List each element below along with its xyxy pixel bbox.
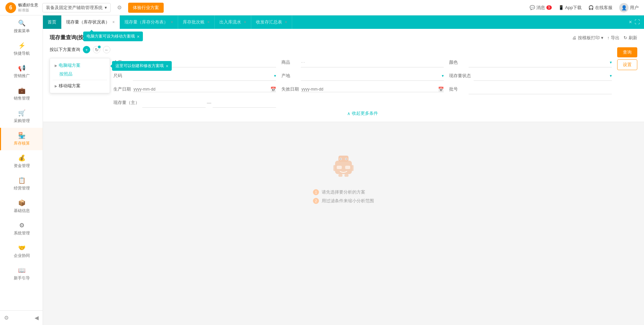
tooltip-plan-mobile: 电脑方案可设为移动方案哦 ×: [83, 32, 143, 41]
stock-amount-min[interactable]: [142, 98, 206, 108]
collapse-row: ∧ 收起更多条件: [113, 110, 612, 116]
plan-tree-desktop[interactable]: ▶ 电脑端方案: [53, 61, 107, 70]
filter-left: 按以下方案查询 + ↻ ← 电脑方案可设为移动方案哦 ×: [50, 46, 612, 116]
expire-date-calendar-icon[interactable]: 📅: [438, 87, 444, 92]
collapse-button[interactable]: ∧ 收起更多条件: [347, 110, 378, 116]
tab-stock-summary[interactable]: 收发存汇总表 ×: [251, 15, 292, 29]
back-plan-button[interactable]: ←: [103, 46, 110, 53]
sidebar-item-guide[interactable]: 📖 新手引导: [0, 263, 43, 285]
sidebar-item-search-menu[interactable]: 🔍 搜索菜单: [0, 15, 43, 38]
sidebar-item-marketing[interactable]: 📢 营销推广: [0, 60, 43, 83]
tab-fullscreen-icon[interactable]: ⛶: [635, 19, 640, 25]
svg-rect-9: [352, 165, 354, 171]
tab-close-stock-summary[interactable]: ×: [285, 20, 287, 24]
filter-expire-date: 失效日期 📅: [281, 84, 444, 94]
tab-bar: 首页 现存量（库存状况表） × 现存量（库存分布表） × 库存批次账 × 出入库…: [43, 15, 644, 29]
svg-rect-10: [338, 174, 342, 177]
experience-button[interactable]: 体验行业方案: [128, 3, 164, 13]
color-select[interactable]: ▾: [469, 57, 612, 67]
phone-icon: 📱: [558, 5, 564, 10]
settings-bottom-icon[interactable]: ⚙: [4, 315, 9, 321]
sidebar-item-warehouse[interactable]: 🏪 库存核算: [0, 128, 43, 150]
batch-no-input[interactable]: [469, 84, 612, 94]
filter-produce-date: 生产日期 📅: [113, 84, 276, 94]
tab-close-stock-inout[interactable]: ×: [244, 20, 246, 24]
sidebar-bottom: ⚙ ◀: [0, 310, 43, 325]
sales-icon: 💼: [18, 87, 25, 94]
messages-button[interactable]: 💬 消息 9: [530, 5, 552, 11]
search-button[interactable]: 查询: [617, 47, 637, 57]
filter-rows: 仓库 ··· 商品 ···: [113, 57, 612, 108]
sidebar-item-enterprise[interactable]: 🤝 企业协同: [0, 240, 43, 263]
svg-point-4: [340, 159, 341, 160]
svg-rect-8: [333, 165, 335, 171]
app-download-button[interactable]: 📱 App下载: [558, 5, 582, 11]
tab-stock-batch[interactable]: 库存批次账 ×: [178, 15, 215, 29]
tooltip-create-plan: 这里可以创建和修改方案哦 ×: [112, 61, 172, 71]
empty-tip-2: 2 用过滤条件来缩小分析范围: [313, 198, 374, 204]
empty-tips: 1 请先选择要分析的方案 2 用过滤条件来缩小分析范围: [313, 189, 374, 204]
plan-tree-by-goods[interactable]: 按照品: [53, 70, 107, 78]
expire-date-input[interactable]: [302, 87, 437, 92]
sidebar-item-basics[interactable]: 📦 基础信息: [0, 195, 43, 218]
quick-nav-icon: ⚡: [18, 42, 25, 49]
sidebar-item-system[interactable]: ⚙ 系统管理: [0, 218, 43, 240]
stock-status-select[interactable]: ▾: [474, 71, 612, 81]
svg-rect-6: [337, 166, 342, 169]
filter-size: 尺码 ▾: [113, 71, 276, 81]
size-select[interactable]: ▾: [133, 71, 276, 81]
refresh-plan-button[interactable]: ↻: [93, 46, 100, 53]
export-button[interactable]: ↑ 导出: [607, 35, 620, 41]
tab-close-stock-dist[interactable]: ×: [171, 20, 173, 24]
tab-stock-dist[interactable]: 现存量（库存分布表） ×: [120, 15, 178, 29]
set-button[interactable]: 设置: [617, 59, 637, 70]
headset-icon: 🎧: [588, 5, 594, 10]
sidebar-item-operations[interactable]: 📋 经营管理: [0, 173, 43, 195]
messages-badge: 9: [546, 5, 552, 10]
search-actions: 查询 设置: [617, 46, 637, 116]
logo-text: 畅通好生意 标准版: [18, 3, 38, 13]
template-print-button[interactable]: 🖨 按模板打印 ▾: [572, 35, 603, 41]
query-label-text: 按以下方案查询: [50, 47, 80, 53]
online-service-button[interactable]: 🎧 在线客服: [588, 5, 612, 11]
filter-goods: 商品 ···: [281, 57, 444, 67]
collapse-sidebar-icon[interactable]: ◀: [35, 315, 39, 321]
print-dropdown-icon: ▾: [601, 35, 603, 40]
produce-date-calendar-icon[interactable]: 📅: [270, 87, 276, 92]
warehouse-icon: 🏪: [18, 132, 25, 139]
sidebar-item-purchase[interactable]: 🛒 采购管理: [0, 105, 43, 128]
sidebar-item-quick-nav[interactable]: ⚡ 快捷导航: [0, 38, 43, 60]
origin-select[interactable]: ▾: [301, 71, 444, 81]
export-icon: ↑: [607, 35, 610, 40]
system-selector[interactable]: 装备及固定资产辅助管理系统 ▾: [42, 3, 111, 12]
tab-home[interactable]: 首页: [43, 15, 61, 29]
tab-close-stock-status[interactable]: ×: [112, 20, 115, 24]
logo-icon: 6: [5, 2, 16, 13]
empty-tip-1: 1 请先选择要分析的方案: [313, 189, 374, 195]
tab-close-all-icon[interactable]: ×: [629, 19, 632, 25]
tab-close-stock-batch[interactable]: ×: [207, 20, 210, 24]
query-section: 按以下方案查询 + ↻ ← 电脑方案可设为移动方案哦 ×: [50, 46, 637, 116]
goods-select[interactable]: ···: [301, 57, 444, 67]
refresh-icon: ↻: [624, 35, 627, 40]
stock-amount-max[interactable]: [213, 98, 276, 108]
tooltip2-close[interactable]: ×: [166, 63, 168, 69]
main-layout: 🔍 搜索菜单 ⚡ 快捷导航 📢 营销推广 💼 销售管理 🛒 采购管理 🏪 库存核…: [0, 15, 644, 325]
enterprise-icon: 🤝: [18, 244, 25, 252]
tooltip1-close[interactable]: ×: [137, 34, 140, 39]
header-left: 6 畅通好生意 标准版 装备及固定资产辅助管理系统 ▾ ⚙ 体验行业方案: [5, 2, 164, 13]
produce-date-input[interactable]: [133, 87, 269, 92]
sidebar-item-sales[interactable]: 💼 销售管理: [0, 83, 43, 105]
add-plan-button[interactable]: +: [83, 46, 90, 53]
plan-tree-mobile[interactable]: ▶ 移动端方案: [53, 82, 107, 90]
sidebar-item-finance[interactable]: 💰 资金管理: [0, 150, 43, 173]
user-avatar: 👤: [619, 3, 629, 12]
user-menu-button[interactable]: 👤 用户: [619, 3, 639, 12]
refresh-button[interactable]: ↻ 刷新: [624, 35, 637, 41]
settings-icon[interactable]: ⚙: [115, 3, 124, 12]
tab-stock-status[interactable]: 现存量（库存状况表） ×: [61, 15, 120, 29]
header-right: 💬 消息 9 📱 App下载 🎧 在线客服 👤 用户: [530, 3, 639, 12]
finance-icon: 💰: [18, 154, 25, 162]
tab-stock-inout[interactable]: 出入库流水 ×: [215, 15, 251, 29]
logo-area: 6 畅通好生意 标准版: [5, 2, 38, 13]
